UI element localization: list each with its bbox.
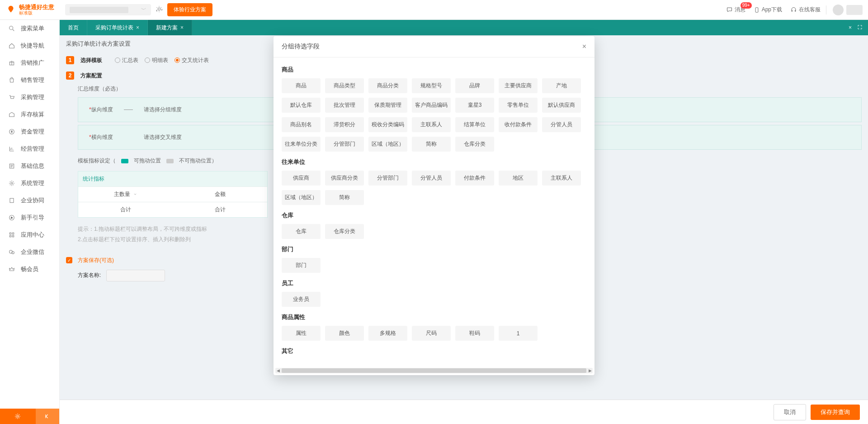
field-tag[interactable]: 区域（地区）	[282, 190, 321, 205]
field-tag[interactable]: 尺码	[412, 326, 451, 341]
field-tag[interactable]: 供应商分类	[325, 171, 364, 186]
field-tag[interactable]: 主联系人	[412, 117, 451, 132]
field-group-title: 员工	[282, 279, 586, 287]
field-tags: 属性颜色多规格尺码鞋码1	[282, 326, 586, 341]
field-tags: 业务员	[282, 292, 586, 307]
field-tag[interactable]: 零售单位	[499, 98, 538, 113]
field-tag[interactable]: 收付款条件	[499, 117, 538, 132]
field-tag[interactable]: 产地	[542, 78, 581, 93]
field-tag[interactable]: 仓库分类	[455, 137, 494, 152]
field-tags: 商品商品类型商品分类规格型号品牌主要供应商产地默认仓库批次管理保质期管理客户商品…	[282, 78, 586, 152]
field-tags: 部门	[282, 258, 586, 273]
field-tag[interactable]: 商品别名	[282, 117, 321, 132]
field-tag[interactable]: 分管部门	[325, 137, 364, 152]
field-tag[interactable]: 分管人员	[542, 117, 581, 132]
field-tag[interactable]: 主联系人	[542, 171, 581, 186]
field-tag[interactable]: 多规格	[368, 326, 407, 341]
field-tag[interactable]: 默认供应商	[542, 98, 581, 113]
field-tag[interactable]: 部门	[282, 258, 321, 273]
field-tag[interactable]: 批次管理	[325, 98, 364, 113]
field-tags: 仓库仓库分类	[282, 224, 586, 239]
field-tag[interactable]: 颜色	[325, 326, 364, 341]
field-tag[interactable]: 规格型号	[412, 78, 451, 93]
field-tag[interactable]: 供应商	[282, 171, 321, 186]
field-group-title: 往来单位	[282, 158, 586, 166]
field-tag[interactable]: 地区	[499, 171, 538, 186]
modal-title: 分组待选字段	[282, 43, 320, 51]
field-tag[interactable]: 仓库分类	[325, 224, 364, 239]
field-tag[interactable]: 业务员	[282, 292, 321, 307]
field-tag[interactable]: 鞋码	[455, 326, 494, 341]
field-tag[interactable]: 仓库	[282, 224, 321, 239]
field-tags: 供应商供应商分类分管部门分管人员付款条件地区主联系人区域（地区）简称	[282, 171, 586, 205]
field-tag[interactable]: 简称	[412, 137, 451, 152]
modal-hscrollbar[interactable]: ◀ ▶	[275, 368, 593, 373]
modal-body: 商品商品商品类型商品分类规格型号品牌主要供应商产地默认仓库批次管理保质期管理客户…	[274, 57, 594, 368]
field-tag[interactable]: 区域（地区）	[368, 137, 407, 152]
field-group-title: 商品属性	[282, 313, 586, 321]
field-tag[interactable]: 分管部门	[368, 171, 407, 186]
field-tag[interactable]: 付款条件	[455, 171, 494, 186]
field-tag[interactable]: 税收分类编码	[368, 117, 407, 132]
field-tag[interactable]: 简称	[325, 190, 364, 205]
field-group-title: 商品	[282, 66, 586, 74]
scroll-left-icon[interactable]: ◀	[275, 368, 281, 373]
field-tag[interactable]: 往来单位分类	[282, 137, 321, 152]
field-tag[interactable]: 结算单位	[455, 117, 494, 132]
field-tag[interactable]: 保质期管理	[368, 98, 407, 113]
field-group-title: 部门	[282, 245, 586, 253]
scroll-right-icon[interactable]: ▶	[587, 368, 593, 373]
field-tag[interactable]: 商品分类	[368, 78, 407, 93]
modal-close-button[interactable]: ×	[582, 43, 586, 51]
field-tag[interactable]: 童星3	[455, 98, 494, 113]
field-tag[interactable]: 商品类型	[325, 78, 364, 93]
field-group-title: 仓库	[282, 211, 586, 219]
field-tag[interactable]: 客户商品编码	[412, 98, 451, 113]
field-tag[interactable]: 滞货积分	[325, 117, 364, 132]
field-group-title: 其它	[282, 347, 586, 355]
field-tag[interactable]: 商品	[282, 78, 321, 93]
field-tag[interactable]: 品牌	[455, 78, 494, 93]
field-tag[interactable]: 默认仓库	[282, 98, 321, 113]
field-tag[interactable]: 1	[499, 326, 538, 341]
field-tag[interactable]: 属性	[282, 326, 321, 341]
field-tag[interactable]: 主要供应商	[499, 78, 538, 93]
field-picker-modal: 分组待选字段 × 商品商品商品类型商品分类规格型号品牌主要供应商产地默认仓库批次…	[274, 36, 594, 375]
field-tag[interactable]: 分管人员	[412, 171, 451, 186]
